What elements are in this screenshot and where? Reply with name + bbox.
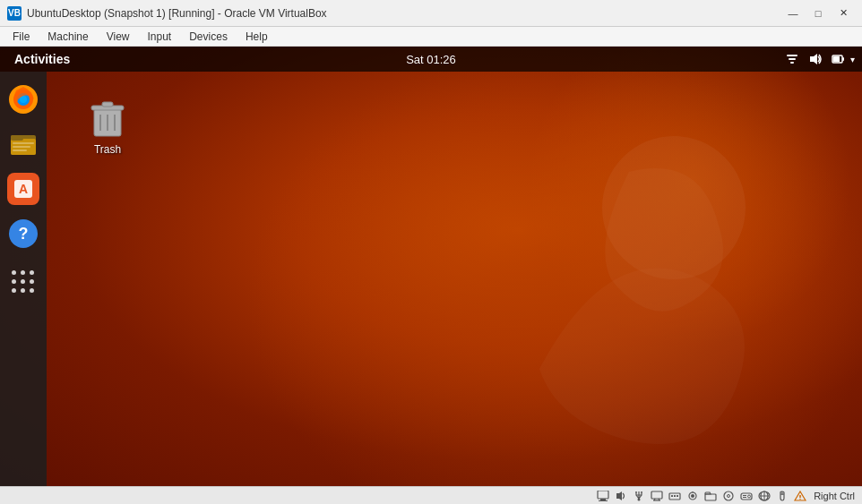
status-dvd-icon[interactable] xyxy=(720,489,737,503)
launcher-files[interactable] xyxy=(4,125,42,163)
menu-input[interactable]: Input xyxy=(139,29,181,45)
svg-text:A: A xyxy=(19,182,28,196)
svg-rect-42 xyxy=(674,495,676,497)
status-network-icon[interactable] xyxy=(595,489,611,503)
launcher-firefox[interactable] xyxy=(4,81,42,118)
svg-rect-16 xyxy=(13,146,30,148)
status-network2-icon[interactable] xyxy=(756,489,772,503)
launcher-appcenter[interactable]: A xyxy=(4,170,42,208)
svg-point-49 xyxy=(728,494,730,497)
svg-point-48 xyxy=(724,491,733,500)
svg-rect-43 xyxy=(677,495,678,497)
svg-rect-30 xyxy=(600,499,606,500)
titlebar: VB UbuntuDesktop (Snapshot 1) [Running] … xyxy=(0,0,862,27)
activities-button[interactable]: Activities xyxy=(0,47,84,72)
svg-marker-4 xyxy=(810,54,817,64)
window-controls: — □ ✕ xyxy=(781,4,855,22)
menu-file[interactable]: File xyxy=(4,29,39,45)
svg-rect-47 xyxy=(705,494,716,500)
svg-point-51 xyxy=(748,495,751,498)
svg-rect-1 xyxy=(787,55,797,56)
menu-devices[interactable]: Devices xyxy=(180,29,237,45)
menu-view[interactable]: View xyxy=(98,29,139,45)
window-title: UbuntuDesktop (Snapshot 1) [Running] - O… xyxy=(27,7,781,20)
vm-area: Activities Sat 01:26 xyxy=(0,47,862,504)
status-warning-icon[interactable] xyxy=(792,489,808,503)
svg-point-33 xyxy=(635,491,637,493)
statusbar: Right Ctrl xyxy=(0,486,862,504)
svg-marker-32 xyxy=(616,491,622,500)
status-mouse-icon[interactable] xyxy=(774,489,790,503)
close-button[interactable]: ✕ xyxy=(832,4,855,22)
svg-rect-36 xyxy=(651,491,662,499)
svg-point-34 xyxy=(641,491,642,493)
right-ctrl-label: Right Ctrl xyxy=(814,491,855,501)
launcher-show-apps[interactable] xyxy=(4,263,42,301)
trash-label: Trash xyxy=(94,143,121,156)
status-hd-icon[interactable] xyxy=(738,489,754,503)
svg-point-35 xyxy=(638,498,641,500)
clock[interactable]: Sat 01:26 xyxy=(406,53,456,66)
svg-rect-6 xyxy=(842,57,844,61)
status-audio-icon[interactable] xyxy=(613,489,629,503)
launcher-help[interactable]: ? xyxy=(4,215,42,252)
panel-chevron-icon[interactable]: ▾ xyxy=(850,55,855,64)
svg-rect-15 xyxy=(13,142,34,144)
virtualbox-icon: VB xyxy=(7,6,22,21)
volume-icon[interactable] xyxy=(806,49,825,69)
menu-machine[interactable]: Machine xyxy=(39,29,97,45)
wallpaper-art xyxy=(360,100,808,476)
status-folder-icon[interactable] xyxy=(703,489,719,503)
svg-point-45 xyxy=(691,494,694,498)
svg-rect-3 xyxy=(790,62,794,64)
status-snapshot-icon[interactable] xyxy=(685,489,701,503)
top-panel: Activities Sat 01:26 xyxy=(0,47,862,72)
battery-icon[interactable] xyxy=(829,49,849,69)
svg-rect-41 xyxy=(671,495,673,497)
status-input-icon[interactable] xyxy=(667,489,683,503)
menubar: File Machine View Input Devices Help xyxy=(0,27,862,47)
panel-right: ▾ xyxy=(782,47,862,72)
svg-rect-29 xyxy=(598,491,608,499)
svg-rect-2 xyxy=(789,58,796,60)
status-display-icon[interactable] xyxy=(649,489,665,503)
svg-rect-31 xyxy=(599,500,608,501)
trash-desktop-icon[interactable]: Trash xyxy=(72,91,143,161)
network-icon[interactable] xyxy=(782,49,802,69)
svg-rect-14 xyxy=(11,135,23,141)
launcher: A ? xyxy=(0,72,47,504)
svg-text:?: ? xyxy=(19,225,29,243)
status-usb-icon[interactable] xyxy=(631,489,647,503)
svg-rect-17 xyxy=(13,149,27,151)
ubuntu-desktop[interactable]: Activities Sat 01:26 xyxy=(0,47,862,504)
svg-rect-7 xyxy=(833,56,840,62)
trash-icon xyxy=(86,97,129,140)
svg-point-61 xyxy=(799,498,800,499)
maximize-button[interactable]: □ xyxy=(806,4,830,22)
svg-rect-25 xyxy=(102,102,113,107)
minimize-button[interactable]: — xyxy=(781,4,805,22)
menu-help[interactable]: Help xyxy=(237,29,277,45)
grid-dots-icon xyxy=(12,270,36,295)
